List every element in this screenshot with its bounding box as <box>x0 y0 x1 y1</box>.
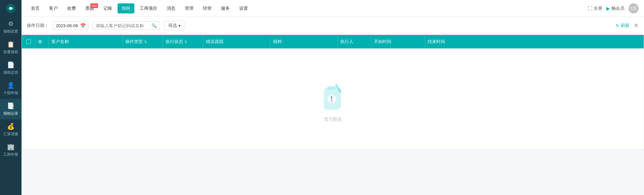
batch-tax-icon: 📋 <box>7 41 14 48</box>
sidebar-item-settlement[interactable]: 💰 汇算清缴 <box>0 119 22 140</box>
refresh-label: 刷新 <box>621 23 630 29</box>
filter-label: 筛选 <box>168 23 177 29</box>
member-icon: ▶ <box>606 6 610 11</box>
th-customer-name: 客户名称 <box>49 35 123 48</box>
date-value: 2023-06-06 <box>56 23 78 28</box>
th-checkbox[interactable] <box>22 35 35 48</box>
table-container: ⚙ 客户名称 操作类型 ⇅ 执行状态 ⇅ 错误原因 税种 <box>22 35 644 150</box>
filter-button[interactable]: 筛选 ▾ <box>164 21 185 30</box>
refresh-button[interactable]: ↻ 刷新 <box>616 23 630 29</box>
nav-bookkeeping[interactable]: 记账 <box>99 3 116 13</box>
toolbar: 操作日期： 2023-06-06 📅 🔍 筛选 ▾ ↻ 刷新 ✕ <box>22 17 644 35</box>
th-error-reason: 错误原因 <box>203 35 270 48</box>
personal-tax-icon: 👤 <box>7 82 14 89</box>
chevron-down-icon: ▾ <box>178 23 181 28</box>
calendar-icon: 📅 <box>80 23 86 28</box>
content: 操作日期： 2023-06-06 📅 🔍 筛选 ▾ ↻ 刷新 ✕ <box>22 17 644 195</box>
sidebar-item-personal-tax[interactable]: 👤 个税申报 <box>0 78 22 99</box>
settlement-icon: 💰 <box>7 123 14 130</box>
sidebar-item-settlement-label: 汇算清缴 <box>3 131 18 136</box>
date-label: 操作日期： <box>27 23 49 29</box>
svg-rect-4 <box>328 86 336 90</box>
empty-text: 暂无数据 <box>324 116 342 122</box>
th-settings: ⚙ <box>35 35 49 48</box>
nav-tax[interactable]: 报税 <box>118 3 134 13</box>
search-icon: 🔍 <box>152 23 157 28</box>
member-label: 畅会员 <box>611 5 625 11</box>
svg-point-10 <box>324 108 339 111</box>
fullscreen-button[interactable]: ⛶ 全屏 <box>588 5 602 11</box>
th-start-time: 开始时间 <box>371 35 425 48</box>
fullscreen-icon: ⛶ <box>588 6 592 11</box>
annual-report-icon: 🏢 <box>7 143 14 151</box>
avatar-text: CE <box>630 6 637 11</box>
invoice-new-badge: new <box>90 3 98 8</box>
sidebar-item-batch-tax[interactable]: 📋 批量报税 <box>0 37 22 58</box>
sidebar-item-tax-overview[interactable]: 📄 报税总览 <box>0 58 22 78</box>
sidebar-item-personal-tax-label: 个税申报 <box>3 90 18 95</box>
fullscreen-label: 全屏 <box>594 5 602 11</box>
search-input[interactable] <box>96 23 149 28</box>
empty-illustration <box>319 82 346 112</box>
toolbar-right: ↻ 刷新 ✕ <box>616 23 639 29</box>
sidebar-item-annual-report[interactable]: 🏢 工商年报 <box>0 140 22 160</box>
nav-home[interactable]: 首页 <box>27 3 44 13</box>
main-area: 首页 客户 收费 票据 new 记账 报税 工商项目 消息 管理 经营 服务 设… <box>22 0 644 195</box>
th-operation-type[interactable]: 操作类型 ⇅ <box>123 35 163 48</box>
svg-point-1 <box>9 7 12 10</box>
svg-point-7 <box>331 100 332 102</box>
topnav-right: ⛶ 全屏 ▶ 畅会员 CE <box>588 3 639 13</box>
nav-finance[interactable]: 经营 <box>199 3 216 13</box>
topnav: 首页 客户 收费 票据 new 记账 报税 工商项目 消息 管理 经营 服务 设… <box>22 0 644 17</box>
member-button[interactable]: ▶ 畅会员 <box>606 5 625 11</box>
nav-message[interactable]: 消息 <box>163 3 179 13</box>
sidebar: ⚙ 报税设置 📋 批量报税 📄 报税总览 👤 个税申报 📑 报税记录 💰 汇算清… <box>0 0 22 195</box>
sidebar-item-tax-overview-label: 报税总览 <box>3 70 18 75</box>
svg-rect-6 <box>331 96 332 100</box>
nav-customer[interactable]: 客户 <box>45 3 62 13</box>
nav-service[interactable]: 服务 <box>217 3 234 13</box>
sidebar-logo <box>0 0 22 17</box>
refresh-icon: ↻ <box>616 23 619 28</box>
tax-records-icon: 📑 <box>7 102 14 110</box>
exec-status-sort-icon: ⇅ <box>184 40 187 44</box>
nav-business[interactable]: 工商项目 <box>136 3 161 13</box>
search-box[interactable]: 🔍 <box>93 22 160 30</box>
nav-management[interactable]: 管理 <box>181 3 198 13</box>
table-header: ⚙ 客户名称 操作类型 ⇅ 执行状态 ⇅ 错误原因 税种 <box>22 35 644 48</box>
date-picker[interactable]: 2023-06-06 📅 <box>53 22 89 30</box>
th-exec-status[interactable]: 执行状态 ⇅ <box>163 35 203 48</box>
operation-type-sort-icon: ⇅ <box>144 40 147 44</box>
sidebar-item-batch-tax-label: 批量报税 <box>3 49 18 54</box>
sidebar-item-tax-records[interactable]: 📑 报税记录 <box>0 99 22 119</box>
sidebar-item-tax-settings-label: 报税设置 <box>3 29 18 34</box>
sidebar-item-annual-report-label: 工商年报 <box>3 152 18 157</box>
avatar[interactable]: CE <box>629 3 639 13</box>
sidebar-item-tax-records-label: 报税记录 <box>3 111 18 116</box>
th-executor: 执行人 <box>338 35 371 48</box>
nav-invoice[interactable]: 票据 new <box>81 3 98 13</box>
tax-settings-icon: ⚙ <box>8 20 13 28</box>
th-tax-type: 税种 <box>270 35 338 48</box>
nav-settings[interactable]: 设置 <box>235 3 252 13</box>
th-end-time: 结束时间 <box>425 35 479 48</box>
tax-overview-icon: 📄 <box>7 61 14 69</box>
settings-icon[interactable]: ⚙ <box>38 39 42 44</box>
sidebar-item-tax-settings[interactable]: ⚙ 报税设置 <box>0 17 22 37</box>
nav-billing[interactable]: 收费 <box>63 3 80 13</box>
empty-state: 暂无数据 <box>22 48 644 149</box>
select-all-checkbox[interactable] <box>26 39 31 44</box>
close-button[interactable]: ✕ <box>634 23 639 29</box>
